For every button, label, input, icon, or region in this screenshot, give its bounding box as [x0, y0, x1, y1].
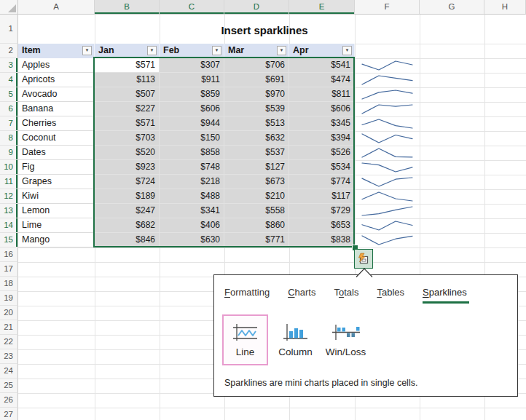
cell-item[interactable]: Lime	[18, 218, 95, 233]
row-header-11[interactable]: 11	[0, 175, 18, 189]
cell-value[interactable]: $488	[160, 189, 224, 204]
row-header-2[interactable]: 2	[0, 44, 18, 58]
cell-value[interactable]: $838	[289, 233, 355, 247]
cell-value[interactable]: $571	[95, 58, 160, 73]
row-header-13[interactable]: 13	[0, 204, 18, 218]
cell-value[interactable]: $724	[95, 175, 160, 189]
filter-dropdown-button[interactable]: ▼	[277, 46, 286, 55]
cell-value[interactable]: $653	[289, 218, 355, 233]
row-header-4[interactable]: 4	[0, 73, 18, 87]
row-header-9[interactable]: 9	[0, 146, 18, 160]
table-header-mar[interactable]: Mar▼	[224, 44, 289, 58]
sparkline-cell[interactable]	[355, 204, 420, 218]
sparkline-option-winloss[interactable]: Win/Loss	[323, 314, 369, 365]
row-header-26[interactable]: 26	[0, 393, 18, 408]
cell-value[interactable]: $606	[289, 102, 355, 116]
filter-dropdown-button[interactable]: ▼	[342, 46, 352, 55]
row-header-16[interactable]: 16	[0, 247, 18, 262]
cell-value[interactable]: $706	[224, 58, 289, 73]
tab-totals[interactable]: Totals	[334, 287, 358, 298]
cell-item[interactable]: Apricots	[18, 73, 95, 87]
cell-item[interactable]: Banana	[18, 102, 95, 116]
row-header-15[interactable]: 15	[0, 233, 18, 247]
cell-value[interactable]: $247	[95, 204, 160, 218]
cell-value[interactable]: $537	[224, 146, 289, 160]
cell-item[interactable]: Mango	[18, 233, 95, 247]
cell-value[interactable]: $341	[160, 204, 224, 218]
column-header-f[interactable]: F	[355, 0, 420, 15]
cell-value[interactable]: $859	[160, 87, 224, 102]
row-header-23[interactable]: 23	[0, 349, 18, 364]
cell-value[interactable]: $771	[224, 233, 289, 247]
filter-dropdown-button[interactable]: ▼	[212, 46, 221, 55]
row-header-20[interactable]: 20	[0, 306, 18, 320]
row-header-14[interactable]: 14	[0, 218, 18, 233]
cell-value[interactable]: $117	[289, 189, 355, 204]
cell-value[interactable]: $923	[95, 160, 160, 175]
cell-item[interactable]: Avocado	[18, 87, 95, 102]
row-header-6[interactable]: 6	[0, 102, 18, 116]
select-all-corner[interactable]	[0, 0, 18, 15]
row-header-8[interactable]: 8	[0, 131, 18, 146]
cell-value[interactable]: $558	[224, 204, 289, 218]
cell-value[interactable]: $911	[160, 73, 224, 87]
tab-tables[interactable]: Tables	[377, 287, 404, 298]
cell-value[interactable]: $113	[95, 73, 160, 87]
sparkline-cell[interactable]	[355, 233, 420, 247]
tab-formatting[interactable]: Formatting	[224, 287, 270, 298]
quick-analysis-button[interactable]	[354, 249, 373, 269]
sparkline-option-line[interactable]: Line	[222, 314, 268, 365]
cell-value[interactable]: $541	[289, 58, 355, 73]
cell-value[interactable]: $406	[160, 218, 224, 233]
cell-value[interactable]: $970	[224, 87, 289, 102]
column-header-c[interactable]: C	[160, 0, 224, 15]
cell-item[interactable]: Kiwi	[18, 189, 95, 204]
cell-value[interactable]: $307	[160, 58, 224, 73]
column-header-g[interactable]: G	[420, 0, 484, 15]
cell-value[interactable]: $539	[224, 102, 289, 116]
sparkline-cell[interactable]	[355, 116, 420, 131]
table-header-apr[interactable]: Apr▼	[289, 44, 355, 58]
column-header-d[interactable]: D	[224, 0, 289, 15]
tab-charts[interactable]: Charts	[288, 287, 315, 298]
column-header-a[interactable]: A	[18, 0, 95, 15]
row-header-1[interactable]: 1	[0, 15, 18, 44]
cell-item[interactable]: Coconut	[18, 131, 95, 146]
row-header-22[interactable]: 22	[0, 335, 18, 349]
cell-value[interactable]: $673	[224, 175, 289, 189]
filter-dropdown-button[interactable]: ▼	[82, 46, 92, 55]
sparkline-cell[interactable]	[355, 218, 420, 233]
table-header-feb[interactable]: Feb▼	[160, 44, 224, 58]
cell-value[interactable]: $227	[95, 102, 160, 116]
cell-value[interactable]: $394	[289, 131, 355, 146]
cell-value[interactable]: $210	[224, 189, 289, 204]
row-header-12[interactable]: 12	[0, 189, 18, 204]
table-header-jan[interactable]: Jan▼	[95, 44, 160, 58]
row-header-24[interactable]: 24	[0, 364, 18, 379]
cell-value[interactable]: $474	[289, 73, 355, 87]
cell-value[interactable]: $944	[160, 116, 224, 131]
cell-value[interactable]: $860	[224, 218, 289, 233]
cell-value[interactable]: $729	[289, 204, 355, 218]
sparkline-cell[interactable]	[355, 73, 420, 87]
cell-item[interactable]: Cherries	[18, 116, 95, 131]
cell-value[interactable]: $606	[160, 102, 224, 116]
cell-value[interactable]: $691	[224, 73, 289, 87]
cell-value[interactable]: $774	[289, 175, 355, 189]
cell-item[interactable]: Apples	[18, 58, 95, 73]
row-header-18[interactable]: 18	[0, 277, 18, 291]
cell-value[interactable]: $703	[95, 131, 160, 146]
sparkline-cell[interactable]	[355, 102, 420, 116]
sparkline-cell[interactable]	[355, 175, 420, 189]
cell-value[interactable]: $571	[95, 116, 160, 131]
cell-value[interactable]: $513	[224, 116, 289, 131]
cell-value[interactable]: $189	[95, 189, 160, 204]
table-header-item[interactable]: Item▼	[18, 44, 95, 58]
cell-value[interactable]: $534	[289, 160, 355, 175]
row-header-10[interactable]: 10	[0, 160, 18, 175]
cell-item[interactable]: Dates	[18, 146, 95, 160]
sparkline-cell[interactable]	[355, 160, 420, 175]
row-header-3[interactable]: 3	[0, 58, 18, 73]
row-header-25[interactable]: 25	[0, 379, 18, 393]
sparkline-cell[interactable]	[355, 87, 420, 102]
